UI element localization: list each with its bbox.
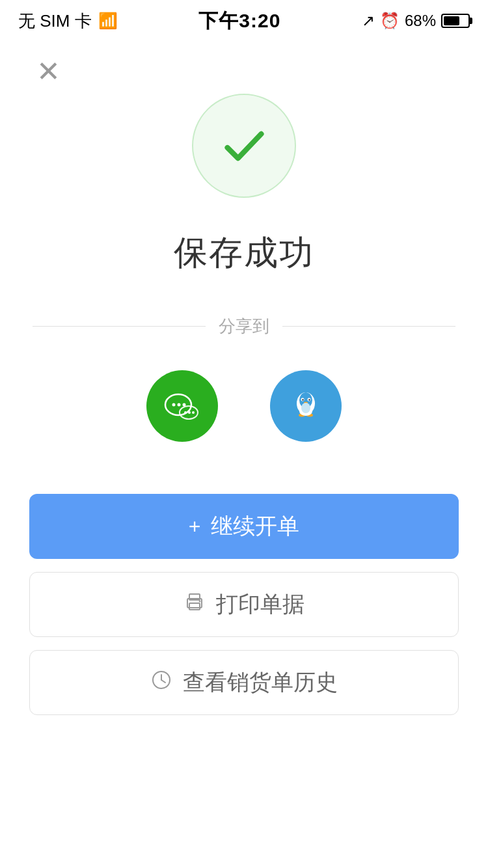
svg-point-22 bbox=[199, 601, 201, 603]
action-buttons: + 继续开单 打印单据 查看销货单历史 bbox=[29, 494, 459, 715]
printer-svg bbox=[183, 591, 206, 613]
svg-point-2 bbox=[177, 403, 180, 406]
print-icon bbox=[183, 591, 206, 618]
battery-percent: 68% bbox=[405, 12, 436, 30]
clock-svg bbox=[150, 669, 172, 691]
close-icon: ✕ bbox=[36, 57, 61, 86]
wechat-icon bbox=[161, 385, 204, 427]
clock-icon bbox=[150, 669, 172, 696]
svg-point-5 bbox=[184, 411, 187, 414]
svg-line-25 bbox=[161, 680, 165, 683]
battery-icon bbox=[441, 14, 470, 28]
history-button[interactable]: 查看销货单历史 bbox=[29, 650, 459, 715]
svg-point-12 bbox=[302, 399, 303, 400]
share-label: 分享到 bbox=[206, 315, 282, 338]
success-title: 保存成功 bbox=[174, 230, 314, 276]
svg-point-1 bbox=[172, 403, 175, 406]
success-circle bbox=[192, 94, 296, 198]
share-wechat-button[interactable] bbox=[146, 370, 218, 442]
alarm-icon: ⏰ bbox=[380, 12, 400, 30]
svg-point-13 bbox=[308, 399, 310, 400]
status-right: ↗ ⏰ 68% bbox=[362, 12, 470, 30]
share-divider: 分享到 bbox=[33, 315, 455, 338]
svg-point-6 bbox=[188, 411, 191, 414]
plus-icon: + bbox=[189, 515, 201, 539]
share-icons bbox=[33, 370, 455, 442]
continue-label: 继续开单 bbox=[211, 511, 299, 541]
continue-button[interactable]: + 继续开单 bbox=[29, 494, 459, 559]
print-label: 打印单据 bbox=[216, 590, 305, 619]
main-content: 保存成功 分享到 bbox=[0, 42, 488, 715]
location-icon: ↗ bbox=[362, 12, 375, 30]
close-button[interactable]: ✕ bbox=[29, 52, 68, 91]
checkmark-icon bbox=[223, 125, 265, 167]
share-qq-button[interactable] bbox=[270, 370, 342, 442]
share-section: 分享到 bbox=[0, 315, 488, 442]
print-button[interactable]: 打印单据 bbox=[29, 572, 459, 637]
wifi-icon: 📶 bbox=[98, 12, 118, 30]
svg-point-18 bbox=[301, 403, 310, 413]
status-bar: 无 SIM 卡 📶 下午3:20 ↗ ⏰ 68% bbox=[0, 0, 488, 42]
svg-rect-21 bbox=[189, 603, 200, 610]
status-carrier: 无 SIM 卡 📶 bbox=[18, 10, 118, 33]
history-label: 查看销货单历史 bbox=[183, 668, 338, 698]
status-time: 下午3:20 bbox=[198, 8, 280, 34]
svg-point-7 bbox=[192, 411, 195, 414]
qq-icon bbox=[287, 387, 325, 425]
